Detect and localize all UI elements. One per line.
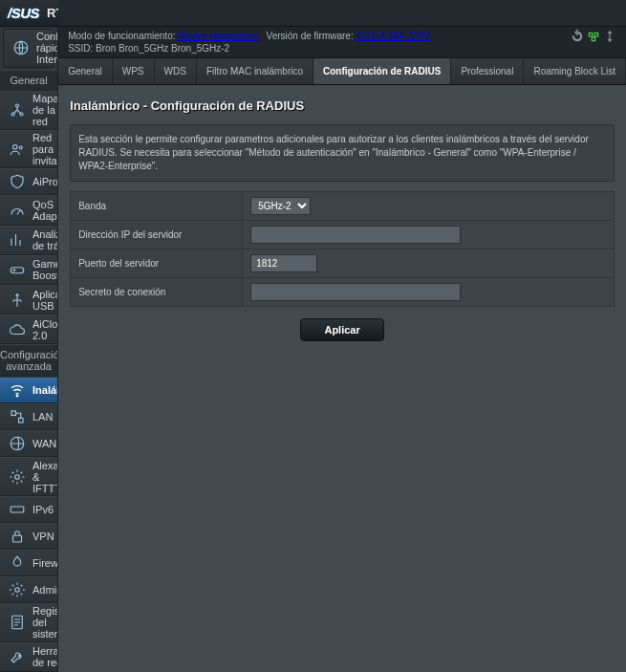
sidebar-item-label: Inalámbrico	[32, 384, 58, 396]
svg-point-11	[15, 474, 20, 479]
globe-icon	[8, 434, 27, 453]
sidebar-item-label: Game Boost	[32, 258, 58, 281]
reboot-icon[interactable]	[571, 30, 584, 43]
svg-rect-18	[592, 37, 595, 41]
brand-logo: /SUS	[8, 5, 39, 21]
mode-value-link[interactable]: Router inalámbrico	[178, 31, 258, 41]
sidebar-item-label: IPv6	[32, 504, 54, 515]
ipv6-icon	[8, 500, 27, 519]
sidebar-item-firewall[interactable]: Firewall	[0, 550, 57, 576]
guest-icon	[8, 140, 27, 159]
tab-professional[interactable]: Professional	[451, 58, 524, 84]
sidebar-item-label: Mapa de la red	[32, 93, 58, 127]
mode-label: Modo de funcionamiento:	[68, 31, 175, 41]
sidebar-item-ipv6[interactable]: IPv6	[0, 496, 57, 523]
sidebar-item-wireless[interactable]: Inalámbrico	[0, 377, 57, 403]
secret-label: Secreto de conexión	[71, 278, 243, 307]
sidebar-item-system-log[interactable]: Registro del sistema	[0, 603, 57, 642]
log-icon	[8, 613, 27, 632]
gauge-icon	[8, 201, 27, 220]
network-icon	[8, 100, 27, 119]
secret-input[interactable]	[250, 283, 461, 301]
page-description: Esta sección le permite configurar param…	[70, 124, 615, 182]
globe-icon	[11, 38, 31, 57]
ssid-label: SSID:	[68, 43, 93, 54]
svg-point-7	[16, 396, 18, 398]
tab-wps[interactable]: WPS	[113, 58, 155, 84]
sidebar-item-wan[interactable]: WAN	[0, 430, 57, 457]
sidebar-item-lan[interactable]: LAN	[0, 403, 57, 430]
sidebar-item-aiprotection[interactable]: AiProtection	[0, 168, 57, 195]
voice-icon	[8, 467, 27, 487]
aimesh-icon[interactable]	[587, 30, 600, 43]
sidebar-item-usb-app[interactable]: Aplicación USB	[0, 285, 57, 314]
svg-rect-6	[11, 268, 24, 273]
usb-status-icon[interactable]	[603, 30, 616, 43]
svg-rect-9	[19, 419, 24, 423]
sidebar-section-advanced: Configuración avanzada	[0, 344, 57, 377]
tab-bar: General WPS WDS Filtro MAC inalámbrico C…	[58, 58, 626, 85]
sidebar-item-vpn[interactable]: VPN	[0, 523, 57, 550]
svg-rect-8	[11, 411, 16, 416]
sidebar-item-label: Herramientas de red	[32, 645, 58, 668]
fw-value-link[interactable]: 3.0.0.4.384_5792	[356, 31, 430, 41]
svg-point-14	[15, 588, 20, 593]
band-select[interactable]: 2.4GHz5GHz-15GHz-2	[250, 197, 311, 215]
server-ip-input[interactable]	[250, 226, 461, 244]
chart-icon	[8, 230, 27, 249]
svg-point-1	[16, 104, 19, 107]
tab-general[interactable]: General	[58, 58, 113, 84]
ssid-value-1: Bron	[96, 43, 116, 54]
sidebar-item-label: Registro del sistema	[32, 605, 58, 639]
sidebar: Configuración rápida de Internet General…	[0, 27, 58, 672]
lan-icon	[8, 407, 27, 426]
ssid-value-2: Bron_5GHz	[119, 43, 168, 54]
page-title: Inalámbrico - Configuración de RADIUS	[70, 98, 615, 113]
sidebar-item-alexa-ifttt[interactable]: Alexa & IFTTT	[0, 457, 57, 496]
wifi-icon	[8, 380, 27, 400]
sidebar-item-label: Administración	[32, 584, 58, 596]
svg-rect-17	[594, 33, 598, 37]
tab-mac-filter[interactable]: Filtro MAC inalámbrico	[197, 58, 313, 84]
sidebar-item-label: AiCloud 2.0	[32, 318, 58, 341]
sidebar-item-label: Aplicación USB	[32, 289, 58, 312]
sidebar-item-label: Alexa & IFTTT	[32, 460, 58, 494]
sidebar-item-label: WAN	[32, 438, 56, 449]
sidebar-item-label: Firewall	[32, 557, 58, 569]
quick-internet-setup[interactable]: Configuración rápida de Internet	[3, 29, 54, 68]
sidebar-item-label: AiProtection	[32, 176, 58, 187]
ssid-value-3: Bron_5GHz-2	[171, 43, 229, 54]
server-port-label: Puerto del servidor	[71, 249, 243, 278]
lock-icon	[8, 527, 27, 546]
sidebar-item-guest-network[interactable]: Red para invitados	[0, 130, 57, 169]
gear-icon	[8, 580, 27, 599]
sidebar-item-network-tools[interactable]: Herramientas de red	[0, 642, 57, 672]
svg-point-5	[19, 146, 22, 149]
page-title-part-a: Inalámbrico	[70, 98, 140, 113]
firewall-icon	[8, 553, 27, 573]
page-title-sep: -	[140, 98, 151, 113]
sidebar-section-general: General	[0, 70, 57, 91]
fw-label: Versión de firmware:	[267, 31, 354, 41]
radius-form: Banda 2.4GHz5GHz-15GHz-2 Dirección IP de…	[70, 191, 615, 307]
svg-rect-16	[590, 33, 594, 37]
tab-roaming-block[interactable]: Roaming Block List	[524, 58, 626, 84]
svg-rect-12	[11, 507, 24, 512]
sidebar-item-administration[interactable]: Administración	[0, 576, 57, 603]
gamepad-icon	[8, 260, 27, 279]
sidebar-item-label: LAN	[32, 411, 53, 423]
sidebar-item-label: Analizador de tráfico	[32, 228, 58, 251]
sidebar-item-qos[interactable]: QoS Adaptativa	[0, 195, 57, 225]
sidebar-item-label: VPN	[32, 531, 54, 542]
tab-radius[interactable]: Configuración de RADIUS	[313, 58, 451, 84]
sidebar-item-network-map[interactable]: Mapa de la red	[0, 91, 57, 130]
server-port-input[interactable]	[250, 254, 317, 272]
sidebar-item-aicloud[interactable]: AiCloud 2.0	[0, 314, 57, 344]
sidebar-item-label: Red para invitados	[32, 132, 58, 166]
sidebar-item-traffic-analyzer[interactable]: Analizador de tráfico	[0, 226, 57, 255]
tab-wds[interactable]: WDS	[155, 58, 197, 84]
sidebar-item-game-boost[interactable]: Game Boost	[0, 255, 57, 285]
svg-rect-13	[13, 535, 22, 542]
server-ip-label: Dirección IP del servidor	[71, 221, 243, 249]
apply-button[interactable]: Aplicar	[300, 318, 383, 341]
